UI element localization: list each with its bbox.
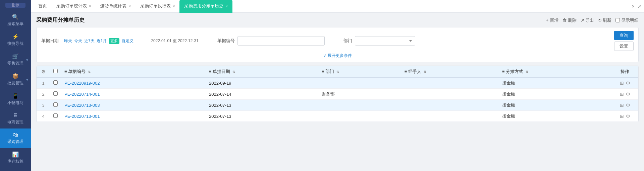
query-settings-group: 查询 设置 bbox=[614, 31, 634, 51]
sidebar-item-search[interactable]: 🔍 搜索菜单 bbox=[0, 10, 31, 30]
date-yesterday[interactable]: 昨天 bbox=[64, 38, 72, 44]
main-area: 首页采购订单统计表×进货单统计表×采购订单执行表×采购费用分摊单历史× × ⤢ … bbox=[31, 0, 644, 171]
view-icon[interactable]: ⊞ bbox=[620, 102, 624, 108]
sort-split-icon[interactable]: ⇅ bbox=[526, 70, 528, 74]
cell-no: 4 bbox=[37, 111, 50, 122]
sidebar: 指标 🔍 搜索菜单 ⚡ 快捷导航 🛒 零售管理 ▼ 📦 批发管理 ▼ 📱 小畅电… bbox=[0, 0, 31, 171]
sidebar-item-retail[interactable]: 🛒 零售管理 ▼ bbox=[0, 50, 31, 70]
settings-button[interactable]: 设置 bbox=[614, 41, 634, 51]
row-checkbox[interactable] bbox=[53, 80, 58, 85]
table-header-row: ⚙ ≡ 单据编号 ⇅ ≡ 单据日期 ⇅ ≡ 部门 bbox=[37, 66, 638, 78]
cell-check[interactable] bbox=[50, 100, 61, 111]
doc-no-link[interactable]: PE-20220714-001 bbox=[64, 92, 100, 97]
view-icon[interactable]: ⊞ bbox=[620, 113, 624, 119]
more-actions-icon[interactable]: ⚙ bbox=[626, 113, 630, 119]
filter-row-1: 单据日期 昨天 今天 近7天 近1月 更多 自定义 2022-01-01 至 2… bbox=[41, 31, 634, 51]
date-7days[interactable]: 近7天 bbox=[84, 38, 95, 44]
cell-date: 2022-07-13 bbox=[206, 111, 318, 122]
view-icon[interactable]: ⊞ bbox=[620, 91, 624, 97]
date-today[interactable]: 今天 bbox=[74, 38, 82, 44]
tab-bar: 首页采购订单统计表×进货单统计表×采购订单执行表×采购费用分摊单历史× × ⤢ bbox=[31, 0, 644, 13]
row-checkbox[interactable] bbox=[53, 91, 58, 96]
tab-close-icon[interactable]: × bbox=[128, 4, 130, 8]
doc-no-input[interactable] bbox=[237, 36, 325, 46]
tab-close-icon[interactable]: × bbox=[173, 4, 175, 8]
more-actions-icon[interactable]: ⚙ bbox=[626, 102, 630, 108]
cell-dept bbox=[318, 78, 401, 89]
cell-split-method: 按金额 bbox=[499, 111, 611, 122]
search-icon: 🔍 bbox=[12, 14, 19, 20]
delete-button[interactable]: 🗑 删除 bbox=[562, 17, 577, 23]
more-actions-icon[interactable]: ⚙ bbox=[626, 80, 630, 86]
row-checkbox[interactable] bbox=[53, 113, 58, 118]
select-all-checkbox[interactable] bbox=[53, 69, 58, 73]
col-header-date: ≡ 单据日期 ⇅ bbox=[206, 66, 318, 78]
doc-no-link[interactable]: PE-20220919-002 bbox=[64, 81, 100, 86]
tab-purchase-cost-history[interactable]: 采购费用分摊单历史× bbox=[179, 0, 232, 13]
doc-no-label: 单据编号 bbox=[217, 38, 235, 44]
tab-bar-right: × ⤢ bbox=[632, 4, 641, 9]
tab-purchase-order-stats[interactable]: 采购订单统计表× bbox=[52, 0, 96, 13]
add-button[interactable]: + 新增 bbox=[546, 17, 558, 23]
more-actions-icon[interactable]: ⚙ bbox=[626, 91, 630, 97]
export-icon: ↗ bbox=[581, 18, 584, 23]
close-all-icon[interactable]: × bbox=[632, 4, 635, 9]
cell-check[interactable] bbox=[50, 111, 61, 122]
expand-more-button[interactable]: ∨ 展开更多条件 bbox=[323, 53, 352, 59]
toolbar: + 新增 🗑 删除 ↗ 导出 ↻ 刷新 显示明细 bbox=[546, 17, 639, 23]
tab-close-icon[interactable]: × bbox=[225, 4, 227, 8]
tab-purchase-order-exec[interactable]: 采购订单执行表× bbox=[136, 0, 179, 13]
sort-date-icon[interactable]: ⇅ bbox=[232, 70, 235, 74]
export-button[interactable]: ↗ 导出 bbox=[581, 17, 594, 23]
query-button[interactable]: 查询 bbox=[614, 31, 634, 40]
cell-check[interactable] bbox=[50, 89, 61, 100]
cell-date: 2022-07-14 bbox=[206, 89, 318, 100]
col-header-actions: 操作 bbox=[611, 66, 638, 78]
cell-actions: ⊞ ⚙ bbox=[611, 100, 638, 111]
doc-no-group: 单据编号 bbox=[217, 36, 325, 46]
inventory-icon: 📊 bbox=[12, 151, 19, 158]
sort-dept-icon[interactable]: ⇅ bbox=[336, 70, 339, 74]
maximize-icon[interactable]: ⤢ bbox=[637, 4, 641, 9]
date-1month[interactable]: 近1月 bbox=[97, 38, 107, 44]
cell-handler bbox=[401, 111, 499, 122]
sidebar-item-finance[interactable]: 💰 资金管理 bbox=[0, 168, 31, 171]
date-more[interactable]: 更多 bbox=[109, 38, 119, 44]
sidebar-item-quick-nav[interactable]: ⚡ 快捷导航 bbox=[0, 30, 31, 50]
doc-no-link[interactable]: PE-20220713-001 bbox=[64, 114, 100, 119]
sort-handler-icon[interactable]: ⇅ bbox=[424, 70, 426, 74]
tab-home[interactable]: 首页 bbox=[34, 0, 52, 13]
cell-no: 2 bbox=[37, 89, 50, 100]
show-detail-input[interactable] bbox=[615, 18, 620, 22]
expand-more-row: ∨ 展开更多条件 bbox=[41, 53, 634, 59]
sidebar-item-wholesale[interactable]: 📦 批发管理 ▼ bbox=[0, 70, 31, 89]
col-header-dept: ≡ 部门 ⇅ bbox=[318, 66, 401, 78]
refresh-button[interactable]: ↻ 刷新 bbox=[598, 17, 611, 23]
date-custom[interactable]: 自定义 bbox=[121, 38, 133, 44]
view-icon[interactable]: ⊞ bbox=[620, 80, 624, 86]
cell-split-method: 按金额 bbox=[499, 89, 611, 100]
date-shortcuts: 昨天 今天 近7天 近1月 更多 自定义 bbox=[64, 38, 133, 44]
sidebar-item-purchase[interactable]: 🛍 采购管理 bbox=[0, 129, 31, 148]
tab-close-icon[interactable]: × bbox=[89, 4, 91, 8]
dept-select[interactable]: 财务部 bbox=[355, 36, 415, 46]
cell-check[interactable] bbox=[50, 78, 61, 89]
tab-inbound-stats[interactable]: 进货单统计表× bbox=[96, 0, 135, 13]
sidebar-item-inventory[interactable]: 📊 库存核算 bbox=[0, 148, 31, 168]
sidebar-item-mini-shop[interactable]: 📱 小畅电商 bbox=[0, 89, 31, 109]
row-checkbox[interactable] bbox=[53, 102, 58, 107]
doc-no-link[interactable]: PE-20220713-003 bbox=[64, 103, 100, 108]
wholesale-icon: 📦 bbox=[12, 73, 19, 79]
column-settings-icon[interactable]: ⚙ bbox=[37, 66, 50, 78]
sidebar-item-label: 小畅电商 bbox=[7, 100, 23, 106]
sidebar-item-label: 库存核算 bbox=[7, 159, 23, 164]
cell-split-method: 按金额 bbox=[499, 78, 611, 89]
dept-group: 部门 财务部 bbox=[343, 36, 415, 46]
action-icons: ⊞ ⚙ bbox=[615, 102, 635, 108]
table-row: 3 PE-20220713-003 2022-07-13 按金额 ⊞ ⚙ bbox=[37, 100, 638, 111]
sort-doc-no-icon[interactable]: ⇅ bbox=[88, 70, 91, 74]
show-detail-checkbox[interactable]: 显示明细 bbox=[615, 17, 639, 23]
page-content: 采购费用分摊单历史 + 新增 🗑 删除 ↗ 导出 ↻ 刷新 显示明细 bbox=[31, 13, 644, 171]
cell-handler bbox=[401, 89, 499, 100]
sidebar-item-ecommerce[interactable]: 🖥 电商管理 bbox=[0, 109, 31, 129]
